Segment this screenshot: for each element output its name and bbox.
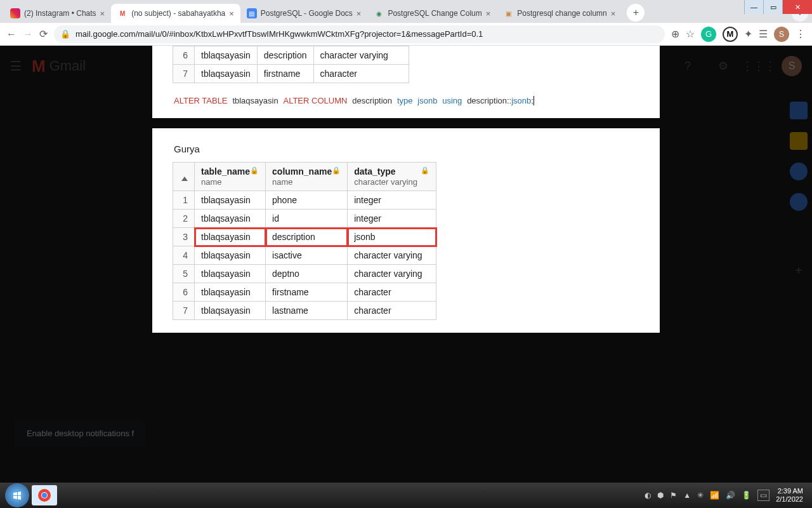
notification-toast[interactable]: Enable desktop notifications f xyxy=(15,420,145,447)
close-icon[interactable]: × xyxy=(611,9,616,18)
url-input[interactable]: 🔒 mail.google.com/mail/u/0/#inbox/KtbxLw… xyxy=(54,25,665,43)
row-number: 5 xyxy=(173,265,195,283)
table-row[interactable]: 6tblaqsayasinfirstnamecharacter xyxy=(173,283,436,302)
keep-icon[interactable] xyxy=(790,132,808,150)
cell-column: firstname xyxy=(257,65,313,83)
close-icon[interactable]: × xyxy=(486,9,491,18)
gmail-sidebar: + Compose 📥Inbox575★Starred🕘Snoozed➤Sent… xyxy=(0,86,162,91)
calendar-icon[interactable] xyxy=(790,102,808,119)
tab-gdocs[interactable]: ▤ PostgreSQL - Google Docs × xyxy=(240,4,368,23)
profile-avatar[interactable]: S xyxy=(774,27,789,42)
cell-type: character xyxy=(313,65,409,83)
attachment-viewer: 6tblaqsayasindescriptioncharacter varyin… xyxy=(152,46,660,483)
tray-icon[interactable]: ◐ xyxy=(645,491,651,500)
windows-icon xyxy=(11,489,23,502)
row-number: 7 xyxy=(173,65,195,83)
reload-button[interactable]: ⟳ xyxy=(39,28,48,40)
table-row[interactable]: 1tblaqsayasinphoneinteger xyxy=(173,191,436,210)
new-tab-button[interactable]: + xyxy=(627,4,645,22)
table-row[interactable]: 7tblaqsayasinlastnamecharacter xyxy=(173,302,436,320)
start-button[interactable] xyxy=(5,483,29,507)
network-icon[interactable]: 📶 xyxy=(710,491,719,500)
table-row[interactable]: 7tblaqsayasinfirstnamecharacter xyxy=(173,65,409,83)
close-icon[interactable]: × xyxy=(357,9,362,18)
table-row[interactable]: 4tblaqsayasinisactivecharacter varying xyxy=(173,246,436,265)
install-icon[interactable]: ⊕ xyxy=(671,28,679,40)
window-close[interactable]: ✕ xyxy=(782,0,812,14)
battery-icon[interactable]: 🔋 xyxy=(742,491,751,500)
lock-icon: 🔒 xyxy=(250,166,259,175)
lock-icon: 🔒 xyxy=(421,166,429,175)
col-header-data-type[interactable]: data_type🔒character varying xyxy=(348,163,436,191)
tab-title: (2) Instagram • Chats xyxy=(24,9,96,18)
cell-table: tblaqsayasin xyxy=(195,46,258,65)
table-row[interactable]: 6tblaqsayasindescriptioncharacter varyin… xyxy=(173,46,409,65)
instagram-icon xyxy=(10,8,20,18)
col-header-table-name[interactable]: table_name🔒name xyxy=(195,163,266,191)
taskbar-chrome[interactable] xyxy=(32,485,57,505)
window-maximize[interactable]: ▭ xyxy=(763,0,782,14)
cell-column: id xyxy=(266,210,348,228)
site-icon: ◉ xyxy=(374,8,384,18)
menu-icon[interactable]: ☰ xyxy=(10,58,22,74)
tray-icon[interactable]: ▲ xyxy=(683,491,691,500)
forward-button[interactable]: → xyxy=(23,29,33,40)
star-icon[interactable]: ☆ xyxy=(686,28,695,40)
close-icon[interactable]: × xyxy=(229,9,234,18)
image-panel-2: Gurya table_name🔒name column_name🔒name d… xyxy=(152,128,660,333)
browser-tabstrip: (2) Instagram • Chats × M (no subject) -… xyxy=(0,0,812,23)
row-number: 6 xyxy=(173,283,195,302)
tab-gmail[interactable]: M (no subject) - sabahayatkha × xyxy=(111,4,240,23)
tray-icon[interactable]: ✳ xyxy=(697,491,704,500)
cell-table: tblaqsayasin xyxy=(195,283,266,302)
extensions-icon[interactable]: ✦ xyxy=(744,28,752,40)
grammarly-icon[interactable]: G xyxy=(701,27,716,42)
gmail-icon: M xyxy=(117,8,128,18)
apps-icon[interactable]: ⋮⋮⋮ xyxy=(746,53,771,79)
close-icon[interactable]: × xyxy=(100,9,105,18)
svg-point-3 xyxy=(42,493,47,498)
result-table-top: 6tblaqsayasindescriptioncharacter varyin… xyxy=(173,46,409,83)
support-icon[interactable]: ? xyxy=(675,53,700,79)
cell-column: description xyxy=(266,228,348,246)
tray-icon[interactable]: ⬢ xyxy=(657,491,664,500)
system-tray: ◐ ⬢ ⚑ ▲ ✳ 📶 🔊 🔋 ▭ 2:39 AM 2/1/2022 xyxy=(645,487,807,504)
tab-title: (no subject) - sabahayatkha xyxy=(131,9,225,18)
volume-icon[interactable]: 🔊 xyxy=(726,491,735,500)
site-icon: ▣ xyxy=(503,8,513,18)
cell-type: integer xyxy=(348,210,436,228)
clock[interactable]: 2:39 AM 2/1/2022 xyxy=(776,487,807,504)
cell-type: character xyxy=(348,283,436,302)
extension-icon[interactable]: M xyxy=(723,27,738,42)
cell-type: character varying xyxy=(313,46,409,65)
kebab-menu-icon[interactable]: ⋮ xyxy=(796,28,806,40)
sort-icon xyxy=(181,177,188,181)
addon-plus-icon[interactable]: + xyxy=(790,262,808,279)
tab-title: Postgresql change column xyxy=(517,9,606,18)
back-button[interactable]: ← xyxy=(6,29,16,40)
cell-column: lastname xyxy=(266,302,348,320)
col-header-column-name[interactable]: column_name🔒name xyxy=(266,163,348,191)
tray-icon[interactable]: ⚑ xyxy=(670,491,677,500)
table-row[interactable]: 3tblaqsayasindescriptionjsonb xyxy=(173,228,436,246)
contacts-icon[interactable] xyxy=(790,193,808,211)
tab-instagram[interactable]: (2) Instagram • Chats × xyxy=(4,4,111,23)
settings-icon[interactable]: ⚙ xyxy=(710,53,736,79)
table-row[interactable]: 2tblaqsayasinidinteger xyxy=(173,210,436,228)
gmail-logo[interactable]: MGmail xyxy=(32,57,86,76)
tab-pgchange[interactable]: ◉ PostgreSQL Change Colum × xyxy=(367,4,497,23)
readinglist-icon[interactable]: ☰ xyxy=(759,28,768,40)
cell-table: tblaqsayasin xyxy=(195,210,266,228)
url-text: mail.google.com/mail/u/0/#inbox/KtbxLwHP… xyxy=(75,29,483,39)
cell-table: tblaqsayasin xyxy=(195,302,266,320)
tab-pgcol[interactable]: ▣ Postgresql change column × xyxy=(497,4,622,23)
tasks-icon[interactable] xyxy=(790,163,808,180)
window-minimize[interactable]: — xyxy=(744,0,763,14)
row-number: 3 xyxy=(173,228,195,246)
cell-column: description xyxy=(257,46,313,65)
clock-date: 2/1/2022 xyxy=(776,495,803,504)
caption-text: Gurya xyxy=(174,144,660,154)
sort-header[interactable] xyxy=(173,163,195,191)
keyboard-icon[interactable]: ▭ xyxy=(757,490,769,501)
table-row[interactable]: 5tblaqsayasindeptnocharacter varying xyxy=(173,265,436,283)
